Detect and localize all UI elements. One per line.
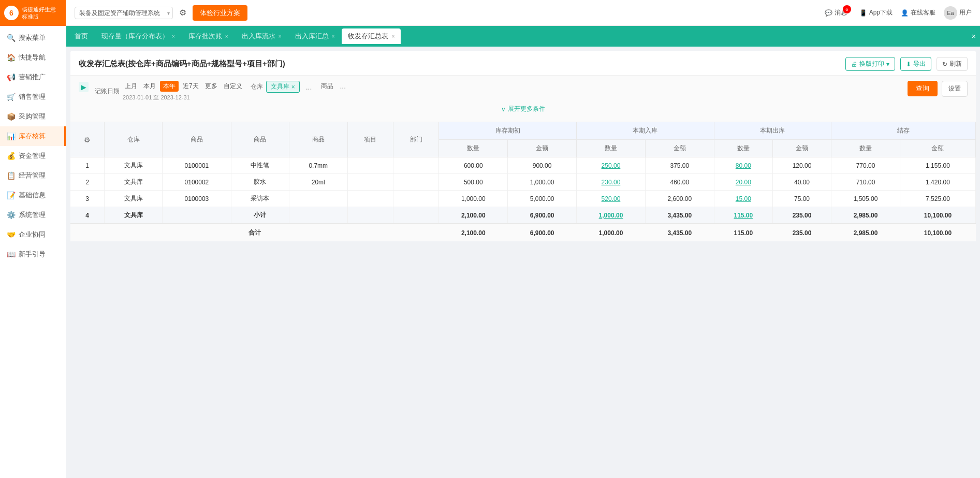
out-qty-link[interactable]: 115.00 — [734, 212, 753, 219]
tab-close-inout-summary[interactable]: × — [332, 34, 335, 39]
row-bal-qty: 770.00 — [831, 157, 900, 174]
nav-icon-finance: 💰 — [6, 152, 16, 160]
row-dept — [393, 207, 439, 224]
sidebar-item-quick[interactable]: 🏠快捷导航 — [0, 48, 66, 67]
expand-more-btn[interactable]: ∨ 展开更多条件 — [501, 105, 545, 113]
warehouse-ellipsis[interactable]: ... — [303, 82, 315, 92]
warehouse-remove-icon[interactable]: × — [291, 83, 295, 91]
row-out-qty: 80.00 — [714, 157, 772, 174]
table-footer-row: 合计 2,100.00 6,900.00 1,000.00 3,435.00 1… — [70, 224, 976, 241]
row-dept — [393, 191, 439, 207]
sidebar-item-basic[interactable]: 📝基础信息 — [0, 185, 66, 205]
user-item[interactable]: Ea 用户 — [944, 6, 972, 20]
col-in-header: 本期入库 — [577, 122, 714, 140]
sidebar-item-marketing[interactable]: 📢营销推广 — [0, 67, 66, 87]
online-service-item[interactable]: 👤 在线客服 — [901, 8, 935, 17]
experience-button[interactable]: 体验行业方案 — [193, 5, 247, 21]
sidebar-item-stock[interactable]: 📊库存核算 — [0, 126, 66, 146]
refresh-button[interactable]: ↻ 刷新 — [937, 57, 968, 71]
goods-ellipsis[interactable]: ... — [337, 81, 349, 91]
col-open-header: 库存期初 — [439, 122, 577, 140]
in-qty-link[interactable]: 520.00 — [602, 195, 621, 202]
app-download-item[interactable]: 📱 App下载 — [859, 8, 893, 17]
main-area: 装备及固定资产辅助管理系统 ⚙ 体验行业方案 💬 消息 6 📱 App下载 👤 … — [66, 0, 980, 478]
out-qty-link[interactable]: 80.00 — [736, 162, 751, 169]
row-code: 0100003 — [163, 191, 231, 207]
col-spec-header: 商品 — [289, 122, 347, 157]
sidebar-item-sales[interactable]: 🛒销售管理 — [0, 87, 66, 107]
filter-expand-arrow[interactable]: ▶ — [79, 82, 89, 92]
tab-recv-send[interactable]: 收发存汇总表× — [342, 28, 401, 44]
sidebar-item-purchase[interactable]: 📦采购管理 — [0, 107, 66, 126]
tab-label-batch: 库存批次账 — [188, 32, 222, 41]
row-project — [347, 207, 393, 224]
warehouse-tag-text: 文具库 — [271, 82, 289, 91]
page-panel: 收发存汇总表(按仓库+商品编码+商品+规格型号+项目+部门) 🖨 换版打印 ▾ … — [70, 51, 976, 241]
tab-home[interactable]: 首页 — [68, 28, 94, 44]
user-avatar: Ea — [944, 6, 957, 20]
row-in-amt: 2,600.00 — [645, 191, 714, 207]
print-button[interactable]: 🖨 换版打印 ▾ — [845, 57, 895, 71]
row-in-qty: 1,000.00 — [577, 207, 646, 224]
tab-label-stock-dist: 现存量（库存分布表） — [101, 32, 169, 41]
in-qty-link[interactable]: 250.00 — [602, 162, 621, 169]
col-balance-header: 结存 — [831, 122, 976, 140]
row-open-qty: 600.00 — [439, 157, 508, 174]
logo-icon: 6 — [4, 6, 19, 20]
date-btn-year[interactable]: 本年 — [160, 81, 179, 92]
col-open-qty-header: 数量 — [439, 140, 508, 157]
message-item[interactable]: 💬 消息 6 — [825, 8, 847, 17]
sidebar-item-guide[interactable]: 📖新手引导 — [0, 244, 66, 264]
col-in-qty-header: 数量 — [577, 140, 646, 157]
query-button[interactable]: 查询 — [908, 81, 938, 96]
tab-close-stock-dist[interactable]: × — [172, 34, 175, 39]
sidebar-item-finance[interactable]: 💰资金管理 — [0, 146, 66, 166]
sidebar-item-system[interactable]: ⚙️系统管理 — [0, 205, 66, 225]
settings-icon[interactable]: ⚙ — [179, 8, 186, 18]
content-area: 收发存汇总表(按仓库+商品编码+商品+规格型号+项目+部门) 🖨 换版打印 ▾ … — [66, 47, 980, 478]
in-qty-link[interactable]: 230.00 — [602, 179, 621, 186]
tabs-close-all[interactable]: × — [972, 32, 976, 40]
nav-icon-guide: 📖 — [6, 250, 16, 258]
warehouse-tag[interactable]: 文具库 × — [266, 81, 300, 93]
date-filter: 记账日期 上月 本月 本年 近7天 更多 自定义 2023-01-01 至 20… — [95, 81, 244, 102]
tab-close-recv-send[interactable]: × — [391, 34, 394, 39]
sidebar-item-search[interactable]: 🔍搜索菜单 — [0, 28, 66, 48]
date-btn-cur-month[interactable]: 本月 — [141, 81, 158, 92]
tab-close-inout-flow[interactable]: × — [279, 34, 282, 39]
row-name: 小计 — [231, 207, 289, 224]
date-btn-more[interactable]: 更多 — [203, 81, 220, 92]
export-button[interactable]: ⬇ 导出 — [900, 57, 931, 71]
gear-icon[interactable]: ⚙ — [84, 136, 91, 144]
goods-filter: 商品 ... — [321, 81, 349, 91]
in-qty-link[interactable]: 1,000.00 — [599, 212, 623, 219]
sidebar-item-enterprise[interactable]: 🤝企业协同 — [0, 225, 66, 244]
nav-icon-enterprise: 🤝 — [6, 230, 16, 239]
row-out-amt: 120.00 — [772, 157, 831, 174]
sidebar-nav: 🔍搜索菜单🏠快捷导航📢营销推广🛒销售管理📦采购管理📊库存核算💰资金管理📋经营管理… — [0, 26, 66, 478]
footer-bal-amt: 10,100.00 — [900, 224, 975, 241]
tab-close-batch[interactable]: × — [225, 34, 228, 39]
tab-batch[interactable]: 库存批次账× — [182, 28, 235, 44]
out-qty-link[interactable]: 20.00 — [736, 179, 751, 186]
row-name: 采访本 — [231, 191, 289, 207]
tab-inout-summary[interactable]: 出入库汇总× — [289, 28, 341, 44]
setting-button[interactable]: 设置 — [942, 81, 968, 97]
date-btn-custom[interactable]: 自定义 — [222, 81, 244, 92]
row-bal-qty: 710.00 — [831, 174, 900, 191]
sidebar-item-operations[interactable]: 📋经营管理 — [0, 166, 66, 185]
warehouse-filter: 仓库 文具库 × ... — [251, 81, 315, 93]
row-warehouse: 文具库 — [105, 157, 163, 174]
date-btn-7days[interactable]: 近7天 — [181, 81, 201, 92]
row-in-amt: 460.00 — [645, 174, 714, 191]
table-container: ⚙ 仓库 商品 商品 商品 项目 部门 库存期初 本期入库 本期出库 结存 — [70, 122, 976, 241]
tab-inout-flow[interactable]: 出入库流水× — [236, 28, 288, 44]
table-row: 3 文具库 0100003 采访本 1,000.00 5,000.00 520.… — [70, 191, 976, 207]
tab-stock-dist[interactable]: 现存量（库存分布表）× — [95, 28, 181, 44]
row-bal-qty: 2,985.00 — [831, 207, 900, 224]
date-btn-last-month[interactable]: 上月 — [123, 81, 139, 92]
out-qty-link[interactable]: 15.00 — [736, 195, 751, 202]
footer-out-qty: 115.00 — [714, 224, 772, 241]
page-title: 收发存汇总表(按仓库+商品编码+商品+规格型号+项目+部门) — [79, 59, 285, 69]
system-select[interactable]: 装备及固定资产辅助管理系统 — [75, 7, 173, 19]
